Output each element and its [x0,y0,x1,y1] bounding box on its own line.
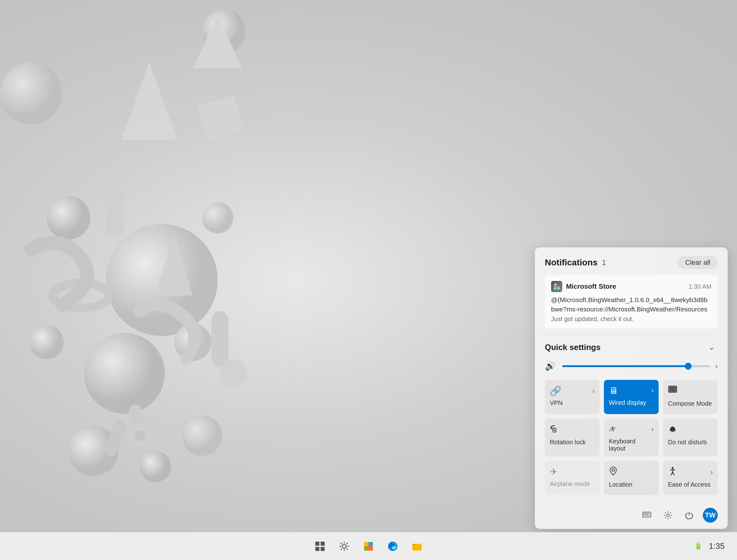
volume-row: 🔊 › [545,361,718,371]
volume-slider[interactable] [562,365,710,367]
taskbar-store-icon[interactable] [361,539,376,554]
qs-tile-rotation-lock[interactable]: Rotation lock [545,418,599,456]
quick-settings-title: Quick settings [545,343,600,352]
svg-point-16 [219,359,247,387]
notification-time: 1:30 AM [689,283,711,290]
clear-all-button[interactable]: Clear all [678,256,718,269]
volume-track [562,365,710,367]
svg-point-30 [612,469,614,471]
qs-tile-ease-of-access[interactable]: › Ease of Access [663,461,718,495]
qs-tile-wired-display[interactable]: 🖥 › Wired display [604,380,659,414]
taskbar-time-display[interactable]: 1:35 [709,541,725,551]
svg-rect-42 [321,542,325,546]
qs-tile-location[interactable]: Location [604,461,659,495]
compose-mode-icon [668,385,677,397]
qs-tile-compose-mode[interactable]: Compose Mode [663,380,718,414]
svg-point-9 [84,333,165,414]
settings-bottom-icon[interactable] [660,508,675,523]
svg-rect-50 [369,547,373,551]
qs-tile-do-not-disturb-label: Do not disturb [668,439,707,446]
notifications-title: Notifications [545,258,598,268]
taskbar-explorer-icon[interactable] [409,539,425,554]
qs-tile-airplane-mode-label: Airplane mode [550,480,590,488]
user-avatar[interactable]: TW [703,508,718,523]
svg-point-7 [202,202,233,233]
svg-rect-55 [413,548,418,549]
qs-tile-ease-of-access-label: Ease of Access [668,481,711,488]
keyboard-bottom-icon[interactable] [639,508,654,523]
svg-point-1 [0,62,62,124]
volume-arrow-icon[interactable]: › [715,362,718,371]
notifications-section: Notifications 1 Clear all 🏪 Microsoft St… [535,247,728,335]
notifications-header: Notifications 1 Clear all [545,256,718,269]
taskbar-start-button[interactable] [312,539,328,554]
qs-tile-airplane-mode-top: ✈ [550,466,595,477]
svg-point-8 [30,325,64,359]
svg-rect-47 [364,542,368,546]
wired-display-arrow-icon: › [651,387,654,395]
vpn-arrow-icon: › [592,387,595,395]
notification-app-row: 🏪 Microsoft Store 1:30 AM [551,281,711,292]
notification-app-icon: 🏪 [551,281,562,292]
svg-rect-35 [647,513,648,514]
volume-icon: 🔊 [545,361,557,371]
wired-display-icon: 🖥 [609,385,618,396]
location-icon [609,466,618,478]
svg-rect-41 [315,542,320,546]
qs-tile-do-not-disturb[interactable]: Do not disturb [663,418,718,456]
volume-fill [562,365,688,367]
qs-tile-airplane-mode[interactable]: ✈ Airplane mode [545,461,599,495]
qs-tile-keyboard-layout[interactable]: A * › Keyboard layout [604,418,659,456]
taskbar-settings-icon[interactable] [337,539,352,554]
svg-rect-24 [669,387,676,392]
svg-rect-49 [364,547,368,551]
svg-point-45 [343,544,346,548]
svg-point-2 [47,196,90,240]
quick-settings-grid: 🔗 › VPN 🖥 › Wired display [545,380,718,495]
vpn-icon: 🔗 [550,385,561,396]
svg-rect-33 [644,513,645,514]
svg-rect-34 [645,513,646,514]
keyboard-layout-icon: A * [609,424,618,435]
volume-thumb[interactable] [685,363,692,370]
svg-text:*: * [613,426,615,432]
qs-tile-compose-mode-top [668,385,713,397]
svg-point-31 [672,467,674,469]
svg-rect-48 [369,542,373,546]
svg-rect-3 [106,187,124,236]
power-bottom-icon[interactable] [682,508,697,523]
svg-point-14 [140,451,171,482]
svg-point-40 [667,514,669,516]
collapse-button[interactable]: ⌄ [705,341,718,353]
airplane-mode-icon: ✈ [550,466,557,477]
ease-of-access-icon [668,466,677,478]
qs-tile-location-label: Location [609,481,632,488]
qs-tile-keyboard-layout-label: Keyboard layout [609,438,654,452]
svg-point-22 [134,430,146,441]
svg-rect-44 [321,547,325,551]
svg-rect-5 [198,96,244,141]
qs-tile-location-top [609,466,654,478]
svg-rect-38 [645,515,648,516]
quick-settings-header: Quick settings ⌄ [545,341,718,353]
svg-rect-43 [315,547,320,551]
svg-rect-26 [554,430,555,431]
rotation-lock-icon [550,424,559,436]
notifications-count: 1 [602,258,606,267]
qs-tile-vpn[interactable]: 🔗 › VPN [545,380,599,414]
svg-rect-39 [648,515,649,516]
qs-tile-wired-display-top: 🖥 › [609,385,654,396]
notification-app-name: Microsoft Store [566,282,616,291]
taskbar-right: 🔋 1:35 [694,541,725,551]
wallpaper-shapes [0,0,497,529]
notification-item[interactable]: 🏪 Microsoft Store 1:30 AM @{Microsoft.Bi… [545,275,718,328]
taskbar-battery-icon: 🔋 [694,542,702,550]
taskbar: 🔋 1:35 [0,532,737,560]
svg-rect-36 [648,513,649,514]
taskbar-edge-icon[interactable] [385,539,400,554]
qs-tile-wired-display-label: Wired display [609,399,646,406]
notification-body-line2: bwe?ms-resource://Microsoft.BingWeather/… [551,305,711,314]
qs-tile-keyboard-layout-top: A * › [609,424,654,435]
svg-rect-37 [644,515,645,516]
ease-of-access-arrow-icon: › [711,468,713,476]
